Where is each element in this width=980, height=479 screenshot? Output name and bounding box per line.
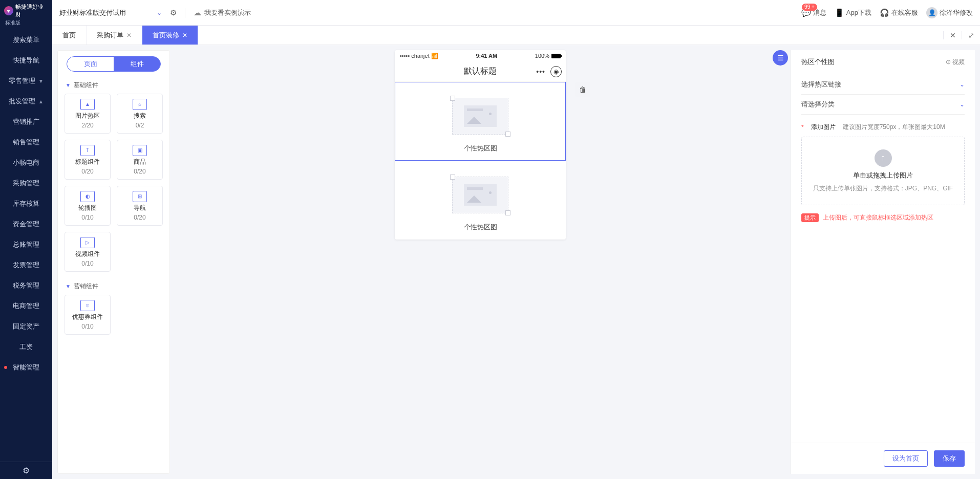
org-selector[interactable]: 好业财标准版交付试用 ⌄ (59, 8, 162, 17)
sidebar-item-label: 小畅电商 (13, 158, 39, 167)
sidebar-item-label: 库存核算 (13, 199, 39, 208)
canvas-toolbar: 🗑 (575, 82, 590, 97)
settings-button[interactable]: ⚙ (170, 8, 177, 17)
add-image-hint: 建议图片宽度750px，单张图最大10M (843, 123, 945, 132)
brand-logo-icon: ♥ (4, 6, 13, 15)
component-tile[interactable]: ⌕搜索0/2 (117, 94, 163, 134)
tab-item[interactable]: 首页装修✕ (142, 26, 198, 45)
title-icon: T (80, 145, 95, 156)
save-button[interactable]: 保存 (934, 450, 965, 467)
demo-link[interactable]: ☁ 我要看实例演示 (194, 8, 251, 17)
component-group-header[interactable]: ▼基础组件 (65, 77, 163, 94)
sidebar-item-label: 固定资产 (13, 322, 39, 331)
hotzone-block[interactable]: 个性热区图 (395, 82, 566, 161)
component-tile[interactable]: T标题组件0/20 (65, 140, 111, 180)
set-home-button[interactable]: 设为首页 (884, 450, 928, 467)
caret-down-icon: ▼ (66, 284, 71, 289)
hotzone-label: 个性热区图 (464, 223, 497, 232)
sidebar-item-label: 资金管理 (13, 220, 39, 229)
delete-block-button[interactable]: 🗑 (575, 82, 590, 97)
tab-item[interactable]: 采购订单✕ (87, 26, 142, 45)
help-video-link[interactable]: ⊙ 视频 (946, 58, 965, 67)
sidebar-item[interactable]: 资金管理 (0, 214, 52, 234)
panel-collapse-button[interactable]: ☰ (773, 50, 788, 66)
chevron-down-icon: ⌄ (157, 9, 162, 16)
tile-name: 轮播图 (78, 204, 97, 212)
user-menu[interactable]: 👤 徐泽华修改 (926, 7, 973, 18)
wifi-icon: 📶 (431, 53, 438, 59)
gear-icon: ⚙ (23, 466, 30, 475)
carrier-label: chanjet (411, 53, 429, 59)
component-tile[interactable]: ▲图片热区2/20 (65, 94, 111, 134)
sidebar-item[interactable]: 固定资产 (0, 316, 52, 337)
sidebar-item[interactable]: 智能管理 (0, 357, 52, 378)
hotzone-block[interactable]: 个性热区图 (395, 161, 566, 239)
component-tile[interactable]: ▷视频组件0/10 (65, 232, 111, 272)
support-button[interactable]: 🎧 在线客服 (880, 8, 918, 17)
sidebar-item[interactable]: 零售管理▼ (0, 71, 52, 91)
phone-more-icon[interactable]: ••• (536, 68, 545, 76)
sidebar-item[interactable]: 销售管理 (0, 132, 52, 153)
select-hotzone-link[interactable]: 选择热区链接 ⌄ (801, 75, 965, 95)
phone-status-bar: ••••• chanjet 📶 9:41 AM 100% (395, 50, 566, 61)
sidebar-item[interactable]: 税务管理 (0, 275, 52, 296)
coupon-icon: ⎅ (80, 300, 95, 311)
properties-title: 热区个性图 (801, 57, 835, 67)
image-uploader[interactable]: ↑ 单击或拖拽上传图片 只支持上传单张图片，支持格式：JPG、PNG、GIF (801, 137, 965, 205)
tab-item[interactable]: 首页 (52, 26, 87, 45)
close-icon[interactable]: ✕ (126, 32, 132, 39)
brand-area: ♥ 畅捷通好业财 (0, 0, 52, 19)
main-area: 好业财标准版交付试用 ⌄ ⚙ ☁ 我要看实例演示 99 + 💬 消息 📱 App… (52, 0, 980, 479)
sidebar-item-label: 批发管理 (9, 97, 35, 106)
sidebar-item[interactable]: 电商管理 (0, 296, 52, 316)
sidebar-item[interactable]: 总账管理 (0, 234, 52, 255)
tabbar: 首页采购订单✕首页装修✕ ✕ ⤢ (52, 26, 980, 45)
sidebar-item[interactable]: 搜索菜单 (0, 30, 52, 50)
sidebar-item[interactable]: 采购管理 (0, 173, 52, 193)
demo-label: 我要看实例演示 (204, 8, 251, 17)
tile-count: 2/20 (81, 122, 93, 129)
tile-name: 视频组件 (75, 250, 100, 258)
tab-component[interactable]: 组件 (114, 57, 160, 71)
app-download-button[interactable]: 📱 App下载 (835, 8, 871, 17)
component-tile[interactable]: ◐轮播图0/10 (65, 186, 111, 226)
sidebar-item-label: 零售管理 (9, 76, 35, 85)
avatar-icon: 👤 (926, 7, 938, 18)
phone-icon: 📱 (835, 8, 844, 17)
add-image-label: 添加图片 (811, 123, 836, 132)
sidebar-item[interactable]: 工资 (0, 337, 52, 357)
select-category[interactable]: 请选择分类 ⌄ (801, 95, 965, 115)
sidebar-item[interactable]: 小畅电商 (0, 153, 52, 173)
messages-button[interactable]: 99 + 💬 消息 (801, 8, 826, 17)
tab-page[interactable]: 页面 (67, 57, 114, 71)
img-icon: ▲ (80, 99, 95, 110)
tile-name: 标题组件 (75, 158, 100, 166)
sidebar-nav: 搜索菜单快捷导航零售管理▼批发管理▲营销推广销售管理小畅电商采购管理库存核算资金… (0, 30, 52, 462)
sidebar-item[interactable]: 批发管理▲ (0, 91, 52, 112)
close-icon[interactable]: ✕ (182, 32, 187, 39)
component-group-header[interactable]: ▼营销组件 (65, 278, 163, 295)
component-tile[interactable]: ⊞导航0/20 (117, 186, 163, 226)
sidebar-item[interactable]: 发票管理 (0, 255, 52, 275)
component-tile[interactable]: ⎅优惠券组件0/10 (65, 295, 111, 335)
support-label: 在线客服 (891, 8, 918, 17)
sidebar-item[interactable]: 营销推广 (0, 112, 52, 132)
phone-target-icon[interactable]: ◉ (550, 66, 562, 77)
tab-label: 首页装修 (153, 31, 179, 40)
required-star: * (801, 124, 804, 131)
component-tile[interactable]: ▣商品0/20 (117, 140, 163, 180)
sidebar-item-label: 销售管理 (13, 138, 39, 147)
tip-tag: 提示 (801, 213, 819, 222)
sidebar-item[interactable]: 快捷导航 (0, 50, 52, 71)
properties-panel: ☰ 热区个性图 ⊙ 视频 选择热区链接 ⌄ 请选择分类 ⌄ (791, 50, 975, 474)
upload-title: 单击或拖拽上传图片 (853, 171, 913, 180)
user-label: 徐泽华修改 (940, 8, 973, 17)
sidebar-item[interactable]: 库存核算 (0, 193, 52, 214)
tile-count: 0/10 (81, 260, 93, 267)
tabbar-close-button[interactable]: ✕ (943, 31, 962, 39)
tabbar-expand-button[interactable]: ⤢ (962, 31, 980, 39)
headset-icon: 🎧 (880, 8, 889, 17)
hotzone-label: 个性热区图 (464, 144, 497, 153)
tile-count: 0/20 (134, 214, 145, 221)
sidebar-settings-button[interactable]: ⚙ (0, 462, 52, 479)
